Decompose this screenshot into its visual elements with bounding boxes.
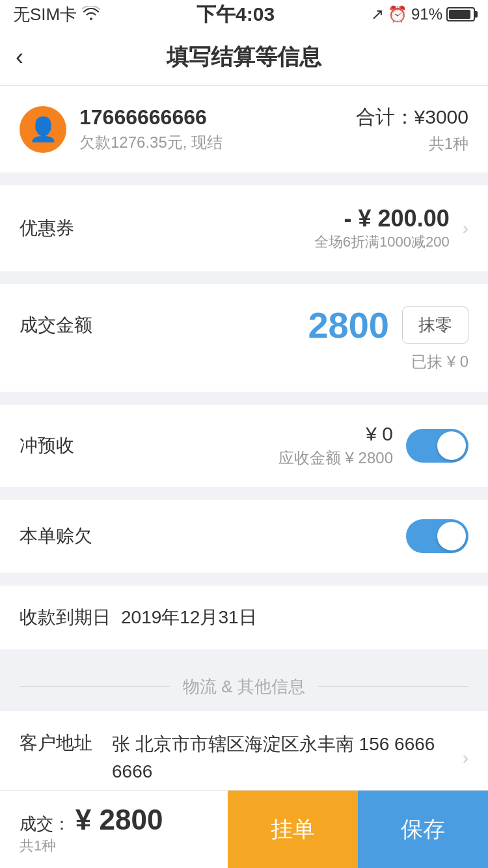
alarm-icon: ⏰ [388,5,407,23]
avatar: 👤 [20,106,66,153]
battery-percent: 91% [411,5,442,23]
customer-total: 合计：¥3000 共1种 [356,104,468,154]
customer-sub: 欠款1276.35元, 现结 [79,132,223,153]
back-button[interactable]: ‹ [16,44,23,71]
prereceive-right: ¥ 0 应收金额 ¥ 2800 [278,423,468,468]
page-title: 填写结算等信息 [167,42,321,72]
content: 👤 17666666666 欠款1276.35元, 现结 合计：¥3000 共1… [0,86,488,868]
save-button[interactable]: 保存 [358,791,488,869]
prereceive-sub: 应收金额 ¥ 2800 [278,448,393,468]
prereceive-toggle[interactable] [406,429,468,463]
nav-bar: ‹ 填写结算等信息 [0,29,488,86]
due-date-value: 2019年12月31日 [121,605,257,630]
status-left: 无SIM卡 [13,3,100,26]
debt-toggle[interactable] [406,519,468,553]
deal-label: 成交金额 [20,313,92,338]
hang-button[interactable]: 挂单 [228,791,358,869]
wifi-icon [82,5,100,25]
prereceive-label: 冲预收 [20,433,74,458]
divider-line-left [20,686,170,687]
logistics-divider: 物流 & 其他信息 [0,662,488,711]
bottom-amount: ¥ 2800 [75,804,163,835]
prereceive-amount-block: ¥ 0 应收金额 ¥ 2800 [278,423,393,468]
bottom-bar: 成交： ¥ 2800 共1种 挂单 保存 [0,790,488,868]
hang-button-label: 挂单 [271,815,315,845]
debt-label: 本单赊欠 [20,524,92,549]
due-date-section: 收款到期日 2019年12月31日 [0,586,488,649]
due-date-label: 收款到期日 [20,605,111,630]
status-bar: 无SIM卡 下午4:03 ↗ ⏰ 91% [0,0,488,29]
save-button-label: 保存 [401,815,445,845]
coupon-right: - ¥ 200.00 全场6折满1000减200 › [314,205,468,252]
prereceive-row: 冲预收 ¥ 0 应收金额 ¥ 2800 [20,423,468,468]
prereceive-section: 冲预收 ¥ 0 应收金额 ¥ 2800 [0,405,488,487]
round-zero-button[interactable]: 抹零 [402,306,468,344]
time-display: 下午4:03 [197,1,275,28]
coupon-desc: 全场6折满1000减200 [314,232,450,252]
customer-left: 👤 17666666666 欠款1276.35元, 现结 [20,105,223,153]
deal-sub: 已抹 ¥ 0 [20,351,468,372]
date-row: 收款到期日 2019年12月31日 [20,605,468,630]
bottom-deal-row: 成交： ¥ 2800 [20,804,208,836]
bottom-count: 共1种 [20,836,208,856]
location-icon: ↗ [371,5,384,23]
customer-phone: 17666666666 [79,105,223,129]
customer-card: 👤 17666666666 欠款1276.35元, 现结 合计：¥3000 共1… [0,86,488,172]
toggle-knob-debt [437,522,466,550]
deal-row: 成交金额 2800 抹零 [20,304,468,346]
coupon-amount: - ¥ 200.00 [314,205,450,232]
customer-info: 17666666666 欠款1276.35元, 现结 [79,105,223,153]
battery-icon [446,7,475,21]
address-label: 客户地址 [20,731,92,755]
prereceive-amount: ¥ 0 [278,423,393,445]
status-right: ↗ ⏰ 91% [371,5,475,23]
address-value: 张 北京市市辖区海淀区永丰南 156 6666 6666 [112,731,452,785]
bottom-deal-label: 成交： [20,814,70,834]
logistics-text: 物流 & 其他信息 [183,675,305,698]
coupon-label: 优惠券 [20,216,74,241]
coupon-section: 优惠券 - ¥ 200.00 全场6折满1000减200 › [0,185,488,271]
deal-right: 2800 抹零 [308,304,468,346]
debt-section: 本单赊欠 [0,500,488,573]
divider-line-right [318,686,468,687]
total-amount: 合计：¥3000 [356,104,468,131]
deal-section: 成交金额 2800 抹零 已抹 ¥ 0 [0,284,488,392]
carrier-text: 无SIM卡 [13,3,77,26]
address-chevron-icon: › [463,748,468,768]
toggle-knob [437,431,466,460]
deal-amount: 2800 [308,304,389,346]
coupon-row[interactable]: 优惠券 - ¥ 200.00 全场6折满1000减200 › [0,185,488,271]
total-count: 共1种 [356,133,468,154]
user-icon: 👤 [29,116,58,143]
chevron-right-icon: › [463,218,468,239]
bottom-info: 成交： ¥ 2800 共1种 [0,804,228,856]
